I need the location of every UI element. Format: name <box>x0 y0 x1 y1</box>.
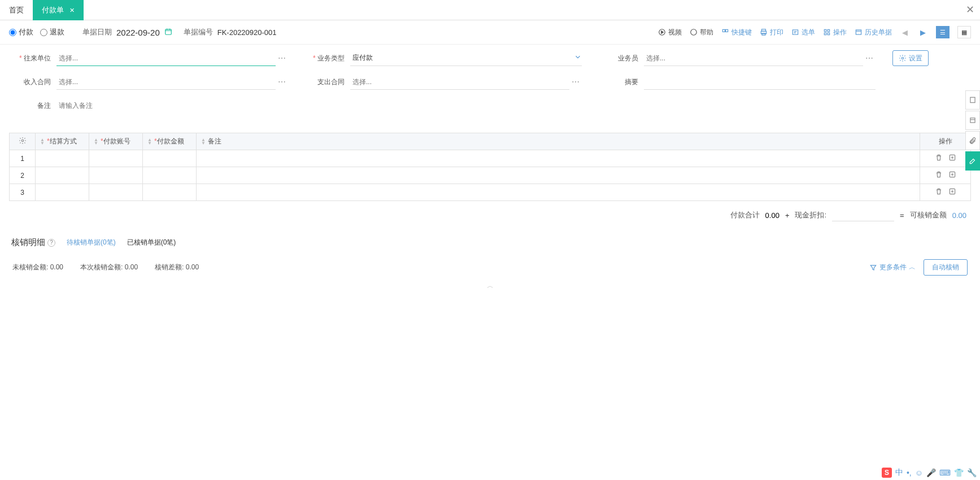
view-list-button[interactable]: ☰ <box>936 26 949 38</box>
close-all-icon[interactable]: ✕ <box>966 3 974 16</box>
calendar-icon[interactable] <box>164 28 172 37</box>
expense-contract-label: 支出合同 <box>305 77 350 87</box>
docno-value: FK-20220920-001 <box>217 28 277 37</box>
table-row[interactable]: 2 <box>10 167 971 184</box>
cell-settle[interactable] <box>36 150 89 167</box>
col-action: 操作 <box>920 133 971 150</box>
party-label: 往来单位 <box>11 54 56 63</box>
table-row[interactable]: 1 <box>10 150 971 167</box>
row-index: 1 <box>10 150 36 167</box>
cell-action <box>920 184 971 201</box>
table-row[interactable]: 3 <box>10 184 971 201</box>
svg-rect-0 <box>165 29 171 34</box>
pick-link[interactable]: 选单 <box>791 28 815 37</box>
operate-link[interactable]: 操作 <box>823 28 847 37</box>
svg-point-2 <box>691 29 697 36</box>
summary-label: 摘要 <box>599 77 644 87</box>
more-icon[interactable]: ⋯ <box>276 54 288 63</box>
svg-rect-12 <box>827 33 830 35</box>
delete-icon[interactable] <box>935 171 943 180</box>
income-contract-label: 收入合同 <box>11 77 56 87</box>
add-row-icon[interactable] <box>948 187 956 197</box>
tab-home[interactable]: 首页 <box>0 0 33 20</box>
history-link[interactable]: 历史单据 <box>855 28 892 37</box>
biztype-select[interactable]: 应付款 <box>350 50 582 66</box>
svg-rect-19 <box>970 97 975 102</box>
cell-amount[interactable] <box>143 184 197 201</box>
tab-payment[interactable]: 付款单 ✕ <box>33 0 84 20</box>
pay-total-label: 付款合计 <box>730 210 760 220</box>
settings-button[interactable]: 设置 <box>892 50 929 66</box>
col-account[interactable]: ▲▼*付款账号 <box>89 133 143 150</box>
totals-bar: 付款合计 0.00 + 现金折扣: = 可核销金额 0.00 <box>0 201 980 229</box>
cell-remark[interactable] <box>197 167 920 184</box>
delete-icon[interactable] <box>935 154 943 163</box>
print-link[interactable]: 打印 <box>760 28 783 37</box>
col-settle[interactable]: ▲▼*结算方式 <box>36 133 89 150</box>
svg-rect-8 <box>792 30 798 34</box>
remark-input[interactable] <box>56 98 969 114</box>
add-row-icon[interactable] <box>948 154 956 163</box>
detail-table: ▲▼*结算方式 ▲▼*付款账号 ▲▼*付款金额 ▲▼备注 操作 123 <box>9 133 971 201</box>
party-input[interactable] <box>56 50 276 66</box>
cell-account[interactable] <box>89 150 143 167</box>
collapse-caret-icon[interactable]: ︿ <box>0 281 980 291</box>
tab-payment-label: 付款单 <box>42 6 64 14</box>
clerk-input[interactable] <box>644 50 863 66</box>
date-value[interactable]: 2022-09-20 <box>116 28 160 37</box>
docno-label: 单据编号 <box>184 27 213 37</box>
cell-remark[interactable] <box>197 184 920 201</box>
income-contract-input[interactable] <box>56 74 276 90</box>
summary-input[interactable] <box>644 74 876 90</box>
radio-pay[interactable]: 付款 <box>9 27 33 37</box>
more-icon[interactable]: ⋯ <box>569 77 582 86</box>
svg-rect-3 <box>722 29 725 32</box>
cell-remark[interactable] <box>197 150 920 167</box>
thiswrite-amount: 本次核销金额: 0.00 <box>80 263 138 272</box>
toolbar-right: 视频 帮助 快捷键 打印 选单 操作 历史单据 ◀ ▶ ☰ ▦ <box>658 26 971 38</box>
rail-attachment-icon[interactable] <box>965 131 980 150</box>
plus-sign: + <box>785 211 790 220</box>
gear-header[interactable] <box>10 133 36 150</box>
col-amount[interactable]: ▲▼*付款金额 <box>143 133 197 150</box>
more-filter-link[interactable]: 更多条件 ︿ <box>869 263 916 272</box>
form-area: 往来单位 ⋯ 业务类型 应付款 业务员 ⋯ 设置 收入合同 ⋯ 支出合同 ⋯ <box>0 45 980 133</box>
auto-writeoff-button[interactable]: 自动核销 <box>924 259 968 276</box>
help-icon[interactable]: ? <box>47 239 55 247</box>
cell-settle[interactable] <box>36 184 89 201</box>
rail-edit-icon[interactable] <box>965 151 980 171</box>
close-icon[interactable]: ✕ <box>69 7 75 14</box>
more-icon[interactable]: ⋯ <box>863 54 876 63</box>
view-card-button[interactable]: ▦ <box>957 26 971 38</box>
prev-doc-icon[interactable]: ◀ <box>900 28 910 37</box>
radio-refund[interactable]: 退款 <box>40 27 64 37</box>
cell-settle[interactable] <box>36 167 89 184</box>
detail-table-area: ▲▼*结算方式 ▲▼*付款账号 ▲▼*付款金额 ▲▼备注 操作 123 <box>0 133 980 201</box>
video-link[interactable]: 视频 <box>658 28 682 37</box>
more-icon[interactable]: ⋯ <box>276 77 288 86</box>
cell-amount[interactable] <box>143 167 197 184</box>
col-remark[interactable]: ▲▼备注 <box>197 133 920 150</box>
biztype-label: 业务类型 <box>305 54 350 63</box>
rail-item-1[interactable] <box>965 90 980 110</box>
pay-type-radio-group: 付款 退款 <box>9 27 71 37</box>
svg-rect-11 <box>824 33 826 35</box>
delete-icon[interactable] <box>935 187 943 197</box>
discount-input[interactable] <box>832 209 894 221</box>
svg-rect-10 <box>827 29 830 32</box>
chevron-up-icon: ︿ <box>909 263 916 272</box>
next-doc-icon[interactable]: ▶ <box>918 28 928 37</box>
cell-account[interactable] <box>89 184 143 201</box>
tab-done-writeoff[interactable]: 已核销单据(0笔) <box>127 238 176 247</box>
cell-action <box>920 150 971 167</box>
diff-amount: 核销差额: 0.00 <box>155 263 199 272</box>
help-link[interactable]: 帮助 <box>690 28 713 37</box>
cell-account[interactable] <box>89 167 143 184</box>
add-row-icon[interactable] <box>948 171 956 180</box>
rail-item-2[interactable] <box>965 111 980 130</box>
shortcut-link[interactable]: 快捷键 <box>721 28 752 37</box>
svg-rect-4 <box>726 29 728 32</box>
tab-pending-writeoff[interactable]: 待核销单据(0笔) <box>67 238 116 247</box>
expense-contract-input[interactable] <box>350 74 569 90</box>
cell-amount[interactable] <box>143 150 197 167</box>
